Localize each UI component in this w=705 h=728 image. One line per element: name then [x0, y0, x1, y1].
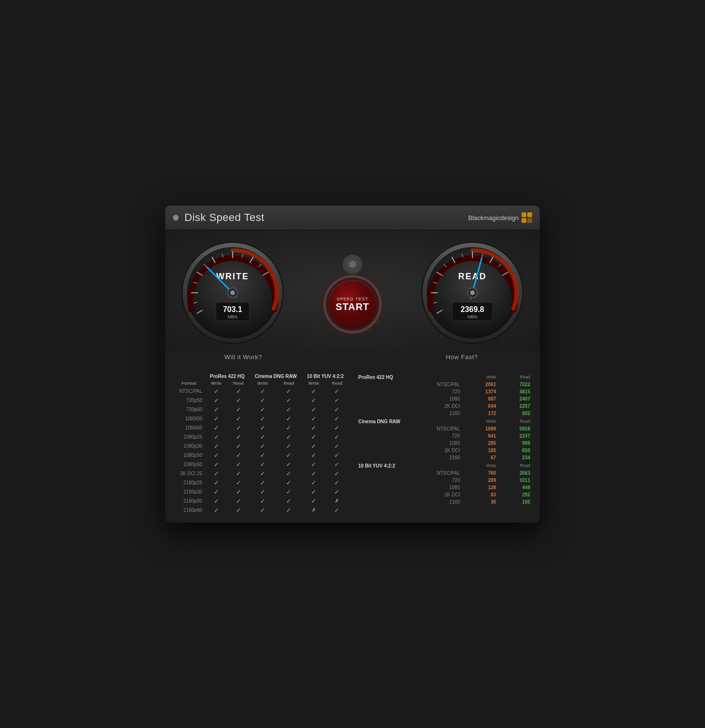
wiw-cross: ✗: [326, 496, 349, 506]
wiw-check: ✓: [302, 387, 326, 396]
hf-data-row: 2160 172 602: [356, 410, 532, 417]
hf-group-label: Cinema DNG RAW: [356, 417, 464, 425]
wiw-check: ✓: [326, 442, 349, 451]
wiw-check: ✓: [227, 496, 249, 506]
hf-write-value: 185: [464, 447, 498, 454]
wiw-row-label: 2160p50: [173, 496, 205, 506]
hf-write-value: 285: [464, 440, 498, 447]
hf-row-label: 720: [356, 477, 464, 484]
wiw-row: 1080i50✓✓✓✓✓✓: [173, 414, 349, 423]
wiw-check: ✓: [227, 460, 249, 469]
hf-data-row: 720 289 1011: [356, 477, 532, 484]
wiw-row: 1080i60✓✓✓✓✓✓: [173, 423, 349, 432]
wiw-row-label: 2160p30: [173, 487, 205, 496]
hf-write-value: 644: [464, 403, 498, 410]
wiw-row-label: 1080p30: [173, 442, 205, 451]
hf-data-row: 720 641 2247: [356, 432, 532, 440]
wiw-row-label: 2K DCI 25: [173, 469, 205, 478]
hf-write-header: Write: [464, 373, 498, 381]
hf-write-value: 1689: [464, 425, 498, 432]
hf-write-header: Write: [464, 417, 498, 425]
wiw-check: ✓: [276, 414, 302, 423]
hf-row-label: 720: [356, 388, 464, 395]
wiw-row: 2160p60✓✓✓✓✗✓: [173, 506, 349, 515]
hf-row-label: 1080: [356, 440, 464, 447]
wiw-check: ✓: [249, 423, 276, 432]
wiw-check: ✓: [276, 432, 302, 442]
wiw-check: ✓: [302, 451, 326, 460]
read-gauge: READ 2369.8 MB/s: [419, 240, 525, 346]
wiw-check: ✓: [227, 387, 249, 396]
hf-data-row: NTSC/PAL 1689 5918: [356, 425, 532, 432]
hf-read-value: 105: [498, 498, 532, 506]
wiw-check: ✓: [276, 405, 302, 414]
gauges-section: WRITE 703.1 MB/s ⚙: [165, 230, 540, 351]
hf-group-header-row: 10 Bit YUV 4:2:2 Write Read: [356, 461, 532, 469]
wiw-check: ✓: [302, 487, 326, 496]
wiw-row: 1080p25✓✓✓✓✓✓: [173, 432, 349, 442]
wiw-check: ✓: [302, 405, 326, 414]
hf-write-value: 2061: [464, 381, 498, 388]
wiw-check: ✓: [249, 469, 276, 478]
wiw-check: ✓: [326, 487, 349, 496]
hf-data-row: 2160 67 234: [356, 454, 532, 461]
hf-row-label: NTSC/PAL: [356, 425, 464, 432]
hf-read-value: 2663: [498, 469, 532, 477]
hf-read-header: Read: [498, 417, 532, 425]
hf-data-row: 2K DCI 185 650: [356, 447, 532, 454]
hf-write-value: 687: [464, 395, 498, 403]
wiw-check: ✓: [326, 478, 349, 487]
wiw-check: ✓: [326, 451, 349, 460]
close-button[interactable]: [173, 215, 179, 221]
wiw-check: ✓: [205, 469, 227, 478]
hf-data-row: 2K DCI 644 2257: [356, 403, 532, 410]
wiw-check: ✓: [302, 478, 326, 487]
wiw-check: ✓: [205, 396, 227, 405]
hf-row-label: 1080: [356, 395, 464, 403]
hf-row-label: 2160: [356, 498, 464, 506]
wiw-row-label: 2160p60: [173, 506, 205, 515]
wiw-check: ✓: [276, 423, 302, 432]
wiw-check: ✓: [205, 387, 227, 396]
hf-write-value: 83: [464, 491, 498, 498]
settings-button[interactable]: ⚙: [343, 255, 362, 274]
wiw-check: ✓: [227, 506, 249, 515]
wiw-row: 1080p60✓✓✓✓✓✓: [173, 460, 349, 469]
hf-write-value: 172: [464, 410, 498, 417]
wiw-check: ✓: [249, 496, 276, 506]
wiw-sub-w3: Write: [302, 380, 326, 387]
wiw-check: ✓: [205, 460, 227, 469]
will-it-work-section: ProRes 422 HQ Cinema DNG RAW 10 Bit YUV …: [173, 373, 349, 515]
hf-group-label: ProRes 422 HQ: [356, 373, 464, 381]
wiw-row-label: 1080p25: [173, 432, 205, 442]
speed-test-label: SPEED TEST: [337, 297, 368, 301]
hf-read-value: 602: [498, 410, 532, 417]
wiw-check: ✓: [326, 387, 349, 396]
wiw-check: ✓: [205, 487, 227, 496]
wiw-row: 2160p25✓✓✓✓✓✓: [173, 478, 349, 487]
wiw-check: ✓: [249, 451, 276, 460]
hf-write-value: 289: [464, 477, 498, 484]
wiw-check: ✓: [302, 396, 326, 405]
wiw-row: 720p60✓✓✓✓✓✓: [173, 405, 349, 414]
wiw-row: 2K DCI 25✓✓✓✓✓✓: [173, 469, 349, 478]
wiw-check: ✓: [227, 432, 249, 442]
start-button[interactable]: SPEED TEST START: [326, 278, 379, 331]
wiw-table: ProRes 422 HQ Cinema DNG RAW 10 Bit YUV …: [173, 373, 349, 515]
wiw-check: ✓: [302, 423, 326, 432]
wiw-check: ✓: [205, 432, 227, 442]
wiw-row: 1080p50✓✓✓✓✓✓: [173, 451, 349, 460]
wiw-check: ✓: [227, 451, 249, 460]
will-it-work-label: Will it Work?: [224, 353, 262, 361]
svg-text:MB/s: MB/s: [228, 314, 238, 319]
wiw-group-prores: ProRes 422 HQ: [205, 373, 249, 380]
wiw-check: ✓: [249, 396, 276, 405]
hf-row-label: NTSC/PAL: [356, 469, 464, 477]
wiw-sub-r2: Read: [276, 380, 302, 387]
wiw-check: ✓: [205, 442, 227, 451]
hf-row-label: 2K DCI: [356, 403, 464, 410]
wiw-row: 1080p30✓✓✓✓✓✓: [173, 442, 349, 451]
wiw-check: ✓: [276, 469, 302, 478]
wiw-check: ✓: [326, 506, 349, 515]
wiw-row-label: 720p60: [173, 405, 205, 414]
